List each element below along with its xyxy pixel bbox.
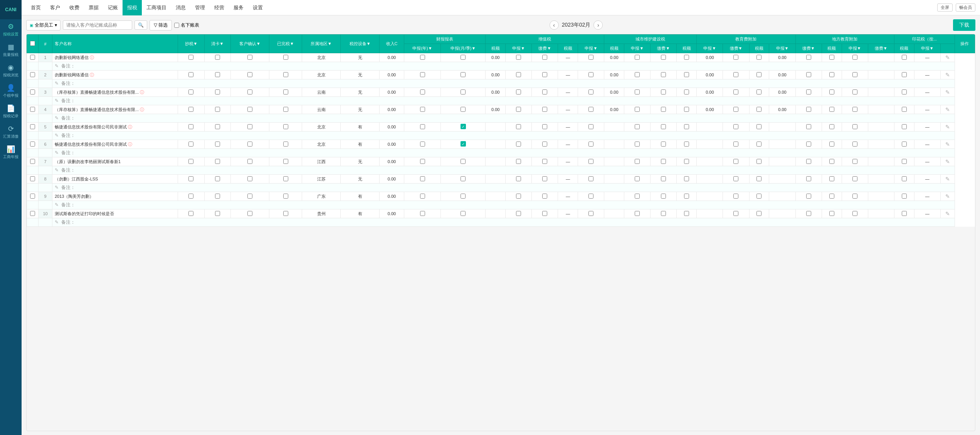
fin-year-cell[interactable]: [404, 105, 440, 114]
th-confirmed[interactable]: 客户确认▼: [230, 35, 269, 53]
row-checkbox[interactable]: [852, 159, 857, 164]
select-all-checkbox[interactable]: [30, 41, 35, 46]
row-checkbox[interactable]: [684, 72, 689, 77]
chaosui-cell[interactable]: [178, 105, 204, 114]
vat-declare-cell[interactable]: [506, 157, 532, 166]
row-checkbox[interactable]: [806, 176, 811, 181]
row-checkbox[interactable]: [806, 55, 811, 60]
chaosui-cell[interactable]: [178, 53, 204, 62]
row-checkbox[interactable]: [635, 55, 640, 60]
row-checkbox[interactable]: [420, 72, 425, 77]
note-cell[interactable]: ✎ 备注：: [52, 201, 955, 209]
member-button[interactable]: 畅会员: [956, 3, 975, 12]
row-checkbox[interactable]: [516, 142, 521, 147]
sidebar-item-tax-declare[interactable]: 👤 个税申报: [0, 81, 22, 101]
row-checkbox[interactable]: [635, 194, 640, 199]
vat-declare2-cell[interactable]: [578, 209, 604, 218]
row-checkbox[interactable]: [588, 89, 593, 94]
nav-invoice[interactable]: 票据: [84, 0, 103, 15]
vat-declare2-cell[interactable]: [578, 71, 604, 79]
row-checkbox[interactable]: [661, 142, 666, 147]
vat-declare2-cell[interactable]: [578, 105, 604, 114]
row-checkbox[interactable]: [635, 159, 640, 164]
row-checkbox[interactable]: [215, 142, 220, 147]
local-fee-cell[interactable]: [795, 71, 822, 79]
row-checkbox[interactable]: [283, 107, 288, 112]
row-checkbox[interactable]: [661, 159, 666, 164]
fin-month-cell[interactable]: [441, 209, 486, 218]
chaosui-cell[interactable]: [178, 209, 204, 218]
row-select-cell[interactable]: [27, 175, 39, 184]
row-checkbox[interactable]: [852, 89, 857, 94]
row-checkbox[interactable]: [420, 107, 425, 112]
city-fee-cell[interactable]: [651, 123, 677, 132]
fin-month-cell[interactable]: [441, 88, 486, 97]
search-input[interactable]: [63, 20, 132, 30]
row-checkbox[interactable]: [461, 89, 466, 94]
edit-icon[interactable]: ✎: [945, 211, 950, 217]
local-fee-cell[interactable]: [795, 175, 822, 184]
row-checkbox[interactable]: [806, 72, 811, 77]
row-checkbox[interactable]: [684, 194, 689, 199]
edit-icon[interactable]: ✎: [945, 193, 950, 199]
fin-month-cell[interactable]: [441, 53, 486, 62]
chaosui-cell[interactable]: [178, 175, 204, 184]
qingka-cell[interactable]: [204, 157, 230, 166]
row-checkbox[interactable]: [30, 89, 35, 94]
th-local-fee[interactable]: 缴费▼: [795, 44, 822, 53]
vat-declare2-cell[interactable]: [578, 53, 604, 62]
row-checkbox[interactable]: [461, 55, 466, 60]
row-checkbox[interactable]: [733, 72, 738, 77]
city-fee-cell[interactable]: [651, 192, 677, 201]
qingka-cell[interactable]: [204, 209, 230, 218]
fin-year-cell[interactable]: [404, 209, 440, 218]
row-checkbox[interactable]: [902, 194, 907, 199]
chaosui-cell[interactable]: [178, 71, 204, 79]
row-checkbox[interactable]: [420, 89, 425, 94]
edu-fee-cell[interactable]: [723, 123, 749, 132]
row-checkbox[interactable]: [542, 211, 547, 216]
row-checkbox[interactable]: [635, 176, 640, 181]
row-checkbox[interactable]: [806, 194, 811, 199]
vat-fee-cell[interactable]: [532, 123, 558, 132]
row-checkbox[interactable]: [247, 72, 252, 77]
confirmed-cell[interactable]: [230, 157, 269, 166]
row-checkbox[interactable]: [542, 55, 547, 60]
qingka-cell[interactable]: [204, 140, 230, 149]
action-cell[interactable]: ✎: [940, 123, 955, 132]
row-checkbox[interactable]: [806, 211, 811, 216]
edu-fee-cell[interactable]: [723, 175, 749, 184]
row-checkbox[interactable]: [30, 211, 35, 216]
row-checkbox[interactable]: [215, 107, 220, 112]
vat-fee-cell[interactable]: [532, 157, 558, 166]
th-city-fee[interactable]: 缴费▼: [651, 44, 677, 53]
row-checkbox[interactable]: [829, 159, 834, 164]
local-declare-cell[interactable]: [842, 175, 868, 184]
row-checkbox[interactable]: [516, 107, 521, 112]
row-checkbox[interactable]: [247, 194, 252, 199]
search-button[interactable]: 🔍: [134, 20, 147, 30]
edu-fee-cell[interactable]: [723, 209, 749, 218]
row-checkbox[interactable]: [829, 142, 834, 147]
row-checkbox[interactable]: [852, 72, 857, 77]
row-checkbox[interactable]: [829, 89, 834, 94]
row-checkbox[interactable]: [30, 142, 35, 147]
row-checkbox[interactable]: [247, 159, 252, 164]
row-checkbox[interactable]: [756, 72, 761, 77]
row-select-cell[interactable]: [27, 140, 39, 149]
row-select-cell[interactable]: [27, 53, 39, 62]
sidebar-item-tax-settings[interactable]: ⚙ 报税设置: [0, 19, 22, 40]
paid-cell[interactable]: [269, 53, 302, 62]
confirmed-cell[interactable]: [230, 123, 269, 132]
row-checkbox[interactable]: [420, 159, 425, 164]
fin-month-cell[interactable]: [441, 157, 486, 166]
row-checkbox[interactable]: [756, 124, 761, 129]
edu-declare-cell[interactable]: [697, 140, 723, 149]
tax-table-wrapper[interactable]: # 客户名称 抄税▼ 清卡▼ 客户确认▼ 已完税▼ 所属地区▼ 税控设备▼ 收入…: [26, 34, 975, 431]
city-declare-cell[interactable]: [624, 157, 651, 166]
row-checkbox[interactable]: [588, 72, 593, 77]
sidebar-item-reconcile[interactable]: ⟳ 汇算清缴: [0, 121, 22, 142]
row-checkbox[interactable]: [283, 194, 288, 199]
vat-fee-cell[interactable]: [532, 192, 558, 201]
nav-industry[interactable]: 工商项目: [142, 0, 171, 15]
